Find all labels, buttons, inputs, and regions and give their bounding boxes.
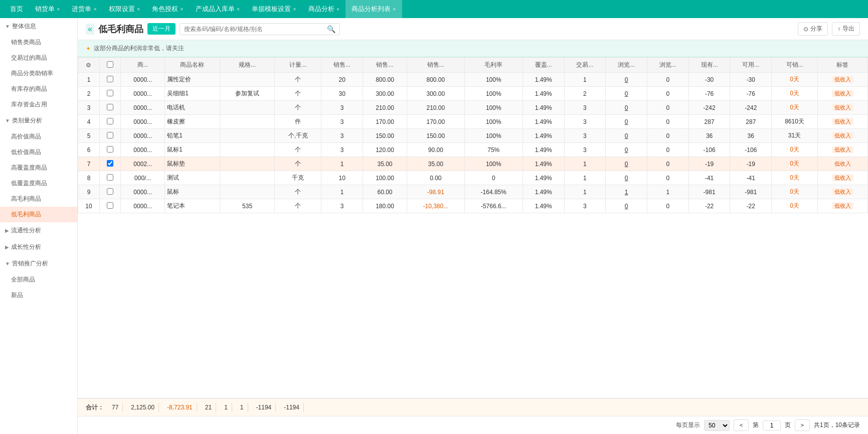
col-saleable: 可销... <box>772 58 818 73</box>
sidebar-item-traded-goods[interactable]: 交易过的商品 <box>0 50 77 66</box>
row-browse1[interactable]: 1 <box>606 185 647 199</box>
row-sales-price: 180.00 <box>363 199 407 213</box>
nav-item-home[interactable]: 首页 <box>4 0 29 18</box>
row-spec <box>220 73 275 87</box>
nav-item-template[interactable]: 单据模板设置 × <box>246 0 302 18</box>
sidebar-item-low-margin[interactable]: 低毛利商品 <box>0 207 77 222</box>
row-name[interactable]: 属性定价 <box>165 73 220 87</box>
sidebar-item-all-goods[interactable]: 全部商品 <box>0 272 77 287</box>
sidebar-item-sales-goods[interactable]: 销售类商品 <box>0 35 77 50</box>
page-label: 第 <box>753 421 759 429</box>
nav-item-purchase[interactable]: 进货单 × <box>66 0 102 18</box>
row-available: -22 <box>730 199 772 213</box>
row-checkbox[interactable] <box>99 157 120 171</box>
nav-item-permission[interactable]: 权限设置 × <box>103 0 146 18</box>
row-name[interactable]: 鼠标垫 <box>165 157 220 171</box>
nav-item-analysis[interactable]: 商品分析 × <box>302 0 345 18</box>
sidebar-group-overall[interactable]: ▼ 整体信息 <box>0 18 77 35</box>
close-icon-template[interactable]: × <box>293 6 296 12</box>
page-size-select[interactable]: 50 20 100 <box>704 420 730 431</box>
row-browse2: 1 <box>647 185 689 199</box>
row-checkbox[interactable] <box>99 87 120 101</box>
row-checkbox[interactable] <box>99 73 120 87</box>
row-browse2: 0 <box>647 73 689 87</box>
prev-page-button[interactable]: ＜ <box>734 419 749 431</box>
row-tag: 低收入 <box>817 157 867 171</box>
row-name[interactable]: 铅笔1 <box>165 129 220 143</box>
row-browse1[interactable]: 0 <box>606 143 647 157</box>
page-title: 低毛利商品 <box>98 23 143 35</box>
row-checkbox[interactable] <box>99 101 120 115</box>
sidebar-item-low-coverage[interactable]: 低覆盖度商品 <box>0 176 77 191</box>
nav-item-analysis-list[interactable]: 商品分析列表 × <box>345 0 402 18</box>
search-input[interactable] <box>184 26 327 33</box>
row-checkbox[interactable] <box>99 185 120 199</box>
row-name[interactable]: 测试 <box>165 171 220 185</box>
row-browse1[interactable]: 0 <box>606 129 647 143</box>
next-page-button[interactable]: ＞ <box>795 419 810 431</box>
nav-item-sales[interactable]: 销货单 × <box>29 0 66 18</box>
row-name[interactable]: 吴细细1 <box>165 87 220 101</box>
col-sales-amount: 销售... <box>407 58 464 73</box>
filter-recent-month-button[interactable]: 近一月 <box>147 23 176 35</box>
page-number-input[interactable] <box>763 420 781 430</box>
row-checkbox[interactable] <box>99 115 120 129</box>
sidebar-group-marketing[interactable]: ▼ 营销推广分析 <box>0 255 77 272</box>
sidebar-item-high-value[interactable]: 高价值商品 <box>0 129 77 144</box>
row-sales-price: 60.00 <box>363 185 407 199</box>
row-name[interactable]: 鼠标 <box>165 185 220 199</box>
col-setting[interactable]: ⚙ <box>78 58 100 73</box>
sidebar-group-category[interactable]: ▼ 类别量分析 <box>0 112 77 129</box>
footer-sales-amount: -8,723.91 <box>163 403 197 412</box>
sidebar-item-new-goods[interactable]: 新品 <box>0 287 77 303</box>
row-coverage: 1.49% <box>523 115 564 129</box>
search-icon[interactable]: 🔍 <box>327 25 335 33</box>
sidebar-group-circulation[interactable]: ▶ 流通性分析 <box>0 222 77 239</box>
row-checkbox[interactable] <box>99 129 120 143</box>
row-browse1[interactable]: 0 <box>606 101 647 115</box>
close-icon-analysis-list[interactable]: × <box>393 6 396 12</box>
close-icon-analysis[interactable]: × <box>336 6 339 12</box>
row-sales-amount: 0.00 <box>407 171 464 185</box>
export-button[interactable]: ↑ 导出 <box>832 22 860 36</box>
row-browse2: 0 <box>647 87 689 101</box>
share-button[interactable]: ⊙ 分享 <box>798 22 828 36</box>
row-browse1[interactable]: 0 <box>606 73 647 87</box>
row-spec: 参加复试 <box>220 87 275 101</box>
row-no: 7 <box>78 157 100 171</box>
sidebar-item-high-margin[interactable]: 高毛利商品 <box>0 191 77 207</box>
row-available: -19 <box>730 157 772 171</box>
close-icon-product[interactable]: × <box>237 6 240 12</box>
row-name[interactable]: 鼠标1 <box>165 143 220 157</box>
sidebar-group-growth[interactable]: ▶ 成长性分析 <box>0 239 77 255</box>
row-checkbox[interactable] <box>99 199 120 213</box>
sidebar-item-in-stock[interactable]: 有库存的商品 <box>0 81 77 97</box>
close-icon-role[interactable]: × <box>180 6 183 12</box>
sidebar-item-category-rate[interactable]: 商品分类助销率 <box>0 66 77 81</box>
row-browse1[interactable]: 0 <box>606 199 647 213</box>
row-browse1[interactable]: 0 <box>606 157 647 171</box>
sidebar-item-stock-capital[interactable]: 库存资金占用 <box>0 97 77 112</box>
row-checkbox[interactable] <box>99 171 120 185</box>
sidebar-item-low-value[interactable]: 低价值商品 <box>0 144 77 160</box>
row-checkbox[interactable] <box>99 143 120 157</box>
sidebar-item-high-coverage[interactable]: 高覆盖度商品 <box>0 160 77 176</box>
col-checkbox[interactable] <box>99 58 120 73</box>
row-current: -981 <box>688 185 730 199</box>
row-name[interactable]: 笔记本 <box>165 199 220 213</box>
row-sales-qty: 3 <box>321 115 363 129</box>
close-icon-permission[interactable]: × <box>137 6 140 12</box>
nav-item-product[interactable]: 产成品入库单 × <box>190 0 246 18</box>
row-browse1[interactable]: 0 <box>606 115 647 129</box>
row-name[interactable]: 橡皮擦 <box>165 115 220 129</box>
close-icon-sales[interactable]: × <box>57 6 60 12</box>
nav-item-role[interactable]: 角色授权 × <box>146 0 189 18</box>
row-name[interactable]: 电话机 <box>165 101 220 115</box>
row-browse1[interactable]: 0 <box>606 171 647 185</box>
select-all-checkbox[interactable] <box>107 61 113 68</box>
chevron-down-icon: ▼ <box>5 24 10 29</box>
close-icon-purchase[interactable]: × <box>93 6 96 12</box>
row-browse1[interactable]: 0 <box>606 87 647 101</box>
row-unit: 个 <box>275 157 321 171</box>
collapse-sidebar-button[interactable]: « <box>86 24 94 35</box>
